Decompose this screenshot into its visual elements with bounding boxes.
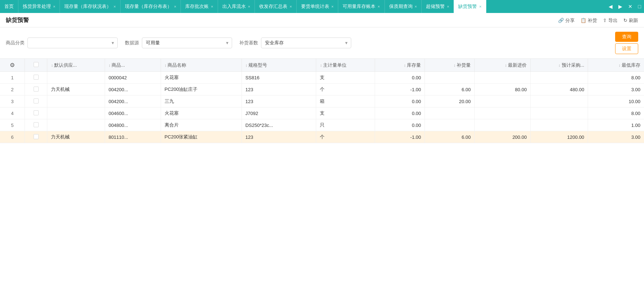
gear-icon[interactable]: ⚙ (10, 62, 15, 68)
tab-shortage-close[interactable]: × (479, 4, 481, 9)
tab-overstock-close[interactable]: × (447, 4, 449, 9)
cell-latest-price (475, 119, 531, 131)
cell-min-stock: 8.00 (588, 72, 644, 84)
cell-checkbox[interactable] (25, 96, 47, 107)
tab-shortage[interactable]: 缺货预警 × (454, 0, 486, 13)
cell-code: 801110... (105, 131, 161, 143)
th-latest-price-label: 最新进价 (508, 62, 527, 68)
cell-unit: 支 (316, 72, 375, 84)
tab-inventory-dist[interactable]: 现存量（库存分布表） × (121, 0, 181, 13)
cell-est-purchase (531, 119, 588, 131)
tab-nav-close-current[interactable]: ✕ (625, 0, 635, 13)
th-replenish[interactable]: 补货量 (425, 59, 475, 72)
category-select[interactable] (27, 37, 118, 48)
tab-recv-summary[interactable]: 收发存汇总表 × (255, 0, 296, 13)
row-checkbox[interactable] (34, 87, 39, 92)
table-row[interactable]: 1 0000042 火花塞 SS816 支 0.00 8.00 (0, 72, 644, 84)
th-supplier[interactable]: 默认供应... (47, 59, 105, 72)
cell-checkbox[interactable] (25, 131, 47, 143)
replenish-base-select[interactable]: 安全库存 (261, 37, 351, 48)
table-row[interactable]: 2 力天机械 004200... PC200油缸庄子 123 个 -1.00 6… (0, 84, 644, 96)
th-replenish-label: 补货量 (457, 62, 471, 68)
tab-batch-label: 库存批次账 (185, 3, 209, 10)
tab-home[interactable]: 首页 (0, 0, 18, 13)
tab-available-close[interactable]: × (378, 4, 380, 9)
th-stock[interactable]: 库存量 (375, 59, 425, 72)
share-button[interactable]: 🔗 分享 (558, 17, 575, 24)
refresh-button[interactable]: ↻ 刷新 (623, 17, 638, 24)
cell-stock: 0.00 (375, 119, 425, 131)
tab-inventory-status-close[interactable]: × (113, 4, 116, 9)
tab-overstock[interactable]: 超储预警 × (422, 0, 454, 13)
replenish-button[interactable]: 📋 补货 (580, 17, 597, 24)
cell-replenish: 6.00 (425, 84, 475, 96)
tab-batch[interactable]: 库存批次账 × (181, 0, 218, 13)
settings-button[interactable]: 设置 (615, 43, 638, 54)
th-latest-price[interactable]: 最新进价 (475, 59, 531, 72)
table-row[interactable]: 5 004800... 离合片 DS250*23c... 只 0.00 1.00 (0, 119, 644, 131)
cell-code: 004600... (105, 107, 161, 119)
tab-available-label: 可用量库存账本 (343, 3, 375, 10)
th-checkbox[interactable] (25, 59, 47, 72)
cell-stock: -1.00 (375, 131, 425, 143)
cell-code: 004200... (105, 96, 161, 107)
row-checkbox[interactable] (34, 75, 39, 80)
data-table: ⚙ 默认供应... 商品... 商品名称 规格型号 (0, 59, 644, 143)
cell-index: 4 (0, 107, 25, 119)
tab-defective-close[interactable]: × (53, 4, 55, 9)
row-checkbox[interactable] (34, 110, 39, 115)
tab-nav-close-all[interactable]: □ (635, 0, 644, 13)
export-button[interactable]: ⇧ 导出 (603, 17, 618, 24)
cell-index: 3 (0, 96, 25, 107)
row-checkbox[interactable] (34, 98, 39, 103)
cell-checkbox[interactable] (25, 107, 47, 119)
share-label: 分享 (565, 17, 575, 24)
th-code[interactable]: 商品... (105, 59, 161, 72)
datasource-select[interactable]: 可用量 (142, 37, 232, 48)
tab-order-stats-label: 要货单统计表 (301, 3, 329, 10)
cell-checkbox[interactable] (25, 119, 47, 131)
replenish-icon: 📋 (580, 18, 586, 23)
cell-name: 火花塞 (161, 107, 242, 119)
tab-nav-prev[interactable]: ◀ (606, 0, 615, 13)
tab-expiry[interactable]: 保质期查询 × (385, 0, 422, 13)
tab-order-stats[interactable]: 要货单统计表 × (297, 0, 338, 13)
tab-recv-summary-label: 收发存汇总表 (259, 3, 287, 10)
tab-defective[interactable]: 拣货异常处理 × (18, 0, 60, 13)
th-min-stock[interactable]: 最低库存 (588, 59, 644, 72)
tab-inventory-status[interactable]: 现存量（库存状况表） × (60, 0, 120, 13)
tab-inout[interactable]: 出入库流水 × (218, 0, 255, 13)
tab-inout-close[interactable]: × (248, 4, 250, 9)
header-checkbox[interactable] (34, 62, 39, 67)
tab-available[interactable]: 可用量库存账本 × (338, 0, 384, 13)
table-row[interactable]: 6 力天机械 801110... PC200张紧油缸 123 个 -1.00 6… (0, 131, 644, 143)
cell-name: PC200油缸庄子 (161, 84, 242, 96)
row-checkbox[interactable] (34, 134, 39, 139)
tab-nav-next[interactable]: ▶ (615, 0, 625, 13)
cell-index: 6 (0, 131, 25, 143)
cell-unit: 箱 (316, 96, 375, 107)
th-unit[interactable]: 主计量单位 (316, 59, 375, 72)
export-icon: ⇧ (603, 18, 607, 23)
th-name[interactable]: 商品名称 (161, 59, 242, 72)
tab-bar: 首页 拣货异常处理 × 现存量（库存状况表） × 现存量（库存分布表） × 库存… (0, 0, 644, 13)
tab-batch-close[interactable]: × (211, 4, 213, 9)
tab-inventory-dist-close[interactable]: × (174, 4, 176, 9)
tab-recv-summary-close[interactable]: × (290, 4, 292, 9)
th-gear[interactable]: ⚙ (0, 59, 25, 72)
tab-expiry-close[interactable]: × (415, 4, 417, 9)
cell-checkbox[interactable] (25, 84, 47, 96)
cell-checkbox[interactable] (25, 72, 47, 84)
table-row[interactable]: 3 004200... 三九 123 箱 0.00 20.00 10.00 (0, 96, 644, 107)
cell-stock: -1.00 (375, 84, 425, 96)
th-est-purchase[interactable]: 预计采购... (531, 59, 588, 72)
tab-order-stats-close[interactable]: × (331, 4, 334, 9)
table-row[interactable]: 4 004600... 火花塞 J7092 支 0.00 8.00 (0, 107, 644, 119)
tab-expiry-label: 保质期查询 (389, 3, 413, 10)
cell-est-purchase: 1200.00 (531, 131, 588, 143)
cell-index: 1 (0, 72, 25, 84)
row-checkbox[interactable] (34, 122, 39, 127)
export-label: 导出 (608, 17, 618, 24)
query-button[interactable]: 查询 (615, 32, 638, 42)
th-spec[interactable]: 规格型号 (242, 59, 316, 72)
